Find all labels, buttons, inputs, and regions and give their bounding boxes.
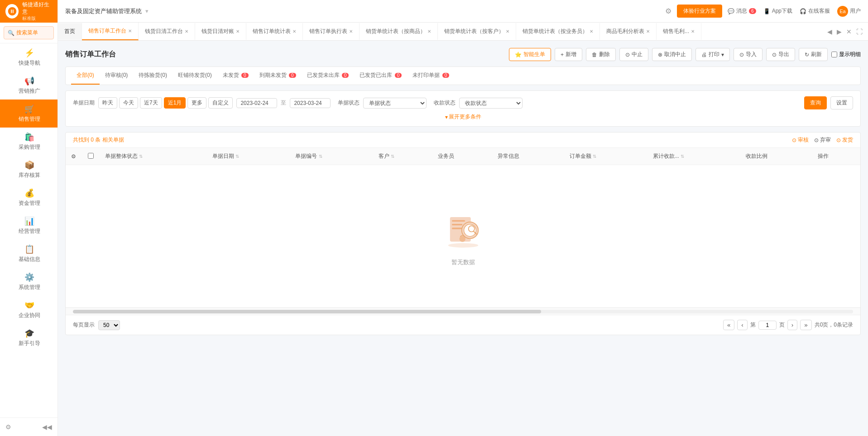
search-area: 单据日期 昨天 今天 近7天 近1月 更多 自定义 至 单据状态 <box>65 90 861 127</box>
expand-conditions-button[interactable]: ▾ 展开更多条件 <box>445 113 481 121</box>
tab-close-sales-execute[interactable]: ✕ <box>349 29 353 34</box>
import-button[interactable]: ⊙ 导入 <box>734 48 762 61</box>
user-button[interactable]: Ea 用户 <box>837 6 861 17</box>
filter-tab-undelivered[interactable]: 未发货 0 <box>217 67 254 85</box>
tab-close-cash-reconcile[interactable]: ✕ <box>236 29 240 34</box>
filter-tab-overdue[interactable]: 到期未发货 0 <box>254 67 302 85</box>
sidebar-item-system[interactable]: ⚙️ 系统管理 <box>0 268 58 296</box>
sort-date-icon[interactable]: ⇅ <box>235 154 239 159</box>
tabbar-next-button[interactable]: ▶ <box>835 26 844 37</box>
sort-amount-icon[interactable]: ⇅ <box>593 154 596 159</box>
topbar-settings-button[interactable]: ⚙ <box>665 7 671 15</box>
date-7days-button[interactable]: 近7天 <box>140 97 162 109</box>
status-select[interactable]: 单据状态 <box>363 98 427 109</box>
sales-icon: 🛒 <box>24 104 34 114</box>
tab-close-sales-gross[interactable]: ✕ <box>691 29 695 34</box>
cancel-stop-button[interactable]: ⊗ 取消中止 <box>652 48 692 61</box>
tab-close-gross-profit[interactable]: ✕ <box>646 29 650 34</box>
payment-select[interactable]: 收款状态 <box>459 98 523 109</box>
date-more-button[interactable]: 更多 <box>187 97 206 109</box>
sidebar-item-quick-nav[interactable]: ⚡ 快捷导航 <box>0 43 58 71</box>
tab-close-sales-customer[interactable]: ✕ <box>506 29 509 34</box>
sort-customer-icon[interactable]: ⇅ <box>391 154 394 159</box>
online-service-button[interactable]: 🎧 在线客服 <box>800 7 830 15</box>
sidebar-item-inventory[interactable]: 📦 库存核算 <box>0 156 58 184</box>
select-all-checkbox[interactable] <box>88 153 94 159</box>
tab-close-sales-staff[interactable]: ✕ <box>590 29 593 34</box>
approve-action[interactable]: ⊙ 审核 <box>792 136 809 144</box>
tabbar-prev-button[interactable]: ◀ <box>825 26 834 37</box>
sidebar-item-collab[interactable]: 🤝 企业协同 <box>0 296 58 324</box>
sidebar-settings-button[interactable]: ⚙ <box>4 422 13 432</box>
sidebar-item-operation[interactable]: 📊 经营管理 <box>0 212 58 240</box>
tab-sales-stats[interactable]: 销售订单统计表 ✕ <box>246 23 303 40</box>
reject-action[interactable]: ⊙ 弃审 <box>814 136 831 144</box>
date-start-input[interactable] <box>236 98 277 108</box>
sidebar-collapse-button[interactable]: ◀◀ <box>40 422 54 432</box>
date-1month-button[interactable]: 近1月 <box>164 97 186 109</box>
tab-sales-workbench[interactable]: 销售订单工作台 ✕ <box>82 23 139 40</box>
filter-tab-wangpu[interactable]: 旺铺待发货(0) <box>173 67 217 85</box>
sidebar-item-guide[interactable]: 🎓 新手引导 <box>0 324 58 352</box>
filter-tab-pending-review[interactable]: 待审核(0) <box>100 67 134 85</box>
refresh-button[interactable]: ↻ 刷新 <box>799 48 828 61</box>
show-detail-checkbox[interactable] <box>831 52 837 57</box>
date-custom-button[interactable]: 自定义 <box>208 97 233 109</box>
last-page-button[interactable]: » <box>800 320 811 330</box>
tab-close-sales-workbench[interactable]: ✕ <box>128 28 132 33</box>
sort-number-icon[interactable]: ⇅ <box>319 154 322 159</box>
filter-tab-delivered-not-out[interactable]: 已发货未出库 0 <box>302 67 355 85</box>
tab-sales-customer[interactable]: 销货单统计表（按客户） ✕ <box>438 23 516 40</box>
message-button[interactable]: 💬 消息 6 <box>728 7 756 15</box>
stop-button[interactable]: ⊙ 中止 <box>619 48 648 61</box>
filter-tab-delivered-out[interactable]: 已发货已出库 0 <box>354 67 407 85</box>
filter-tab-pending-check[interactable]: 待拣验货(0) <box>133 67 173 85</box>
industry-solution-button[interactable]: 体验行业方案 <box>677 5 722 18</box>
query-button[interactable]: 查询 <box>804 96 827 109</box>
scrollbar-thumb[interactable] <box>73 310 541 313</box>
app-download-button[interactable]: 📱 App下载 <box>763 7 792 15</box>
sidebar-item-purchase[interactable]: 🛍️ 采购管理 <box>0 128 58 156</box>
tab-close-sales-stats[interactable]: ✕ <box>293 29 296 34</box>
tab-sales-staff[interactable]: 销货单统计表（按业务员） ✕ <box>516 23 600 40</box>
sidebar-item-sales[interactable]: 🛒 销售管理 <box>0 100 58 128</box>
tabbar-close-all-button[interactable]: ✕ <box>844 26 854 37</box>
export-button[interactable]: ⊙ 导出 <box>766 48 795 61</box>
inventory-icon: 📦 <box>24 160 34 170</box>
tab-home[interactable]: 首页 <box>58 23 82 40</box>
prev-page-button[interactable]: ‹ <box>737 320 747 330</box>
sort-status-icon[interactable]: ⇅ <box>139 154 143 159</box>
tab-cash-clearance[interactable]: 钱货日清工作台 ✕ <box>139 23 195 40</box>
column-settings-icon[interactable]: ⚙ <box>71 153 76 160</box>
smart-create-button[interactable]: ⭐ 智能生单 <box>509 48 551 61</box>
first-page-button[interactable]: « <box>723 320 734 330</box>
tab-cash-reconcile[interactable]: 钱货日清对账 ✕ <box>195 23 246 40</box>
filter-tab-not-printed[interactable]: 未打印单据 0 <box>407 67 455 85</box>
sidebar-item-basic[interactable]: 📋 基础信息 <box>0 240 58 268</box>
page-input[interactable] <box>758 321 777 330</box>
show-detail-checkbox-label[interactable]: 显示明细 <box>831 51 861 58</box>
date-yesterday-button[interactable]: 昨天 <box>98 97 117 109</box>
tab-gross-profit[interactable]: 商品毛利分析表 ✕ <box>600 23 657 40</box>
sidebar-item-marketing[interactable]: 📢 营销推广 <box>0 71 58 100</box>
deliver-action[interactable]: ⊙ 发货 <box>836 136 853 144</box>
search-menu-button[interactable]: 🔍 搜索菜单 <box>4 26 54 39</box>
tab-sales-goods[interactable]: 销货单统计表（按商品） ✕ <box>360 23 438 40</box>
print-button[interactable]: 🖨 打印 ▾ <box>695 48 730 61</box>
date-end-input[interactable] <box>290 98 331 108</box>
date-today-button[interactable]: 今天 <box>119 97 138 109</box>
tab-close-sales-goods[interactable]: ✕ <box>427 29 431 34</box>
tab-sales-gross[interactable]: 销售毛利... ✕ <box>657 23 701 40</box>
tabbar-expand-button[interactable]: ⛶ <box>854 26 864 37</box>
sidebar-item-finance[interactable]: 💰 资金管理 <box>0 184 58 212</box>
add-button[interactable]: + 新增 <box>555 48 582 61</box>
tab-sales-execute[interactable]: 销售订单执行表 ✕ <box>303 23 360 40</box>
sort-received-icon[interactable]: ⇅ <box>681 154 684 159</box>
filter-tab-all[interactable]: 全部(0) <box>71 67 100 85</box>
per-page-select[interactable]: 50 <box>98 320 120 330</box>
tab-close-cash-clearance[interactable]: ✕ <box>185 29 188 34</box>
col-abnormal: 异常信息 <box>492 148 564 165</box>
delete-button[interactable]: 🗑 删除 <box>586 48 616 61</box>
settings-button[interactable]: 设置 <box>830 96 853 109</box>
next-page-button[interactable]: › <box>787 320 797 330</box>
